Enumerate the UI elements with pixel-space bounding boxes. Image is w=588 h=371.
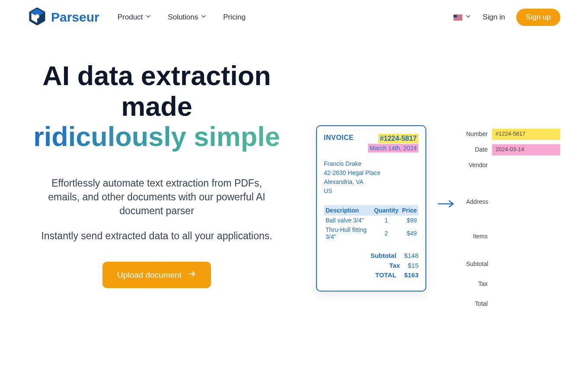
hero-headline-line1: AI data extraction made (42, 60, 271, 121)
hero-text: AI data extraction made ridiculously sim… (28, 56, 286, 311)
total-label: TOTAL (375, 270, 396, 280)
hero-headline-line2: ridiculously simple (33, 121, 280, 152)
field-subtotal: Subtotal (466, 259, 560, 267)
logo-icon (28, 7, 47, 28)
extracted-fields: Number #1224-5817 Date 2024-03-14 Vendor… (466, 125, 560, 311)
main-nav: Product Solutions Pricing (118, 13, 246, 22)
field-label: Address (466, 197, 488, 205)
field-address: Address (466, 197, 560, 205)
nav-product-label: Product (118, 13, 143, 22)
header-right: Sign in Sign up (453, 9, 560, 26)
invoice-date-highlight: March 14th, 2024 (368, 144, 419, 152)
invoice-number-highlight: #1224-5817 (378, 134, 419, 143)
hero-section: AI data extraction made ridiculously sim… (0, 35, 588, 311)
field-label: Total (466, 298, 488, 307)
tax-value: $15 (408, 261, 419, 271)
vendor-country: US (324, 187, 419, 196)
col-price: Price (400, 205, 419, 216)
item-desc: Ball valve 3/4" (324, 216, 372, 225)
item-qty: 1 (372, 216, 400, 225)
field-vendor: Vendor (466, 160, 560, 168)
table-row: Thru-Hull fitting 3/4" 2 $49 (324, 225, 419, 241)
arrow-right-icon (188, 270, 196, 280)
field-label: Items (466, 231, 488, 240)
chevron-down-icon (465, 13, 471, 21)
brand-name: Parseur (51, 10, 99, 25)
subtotal-value: $148 (404, 251, 419, 261)
field-label: Tax (466, 279, 488, 287)
invoice-preview: INVOICE #1224-5817 March 14th, 2024 Fran… (316, 125, 426, 292)
cta-label: Upload document (117, 270, 182, 280)
brand-logo[interactable]: Parseur (28, 7, 99, 28)
hero-illustration: INVOICE #1224-5817 March 14th, 2024 Fran… (303, 56, 560, 311)
vendor-addr2: Alexandria, VA (324, 178, 419, 187)
sign-in-link[interactable]: Sign in (483, 13, 505, 22)
nav-solutions[interactable]: Solutions (168, 13, 207, 22)
table-row: Ball valve 3/4" 1 $99 (324, 216, 419, 225)
us-flag-icon (453, 14, 463, 21)
hero-subtitle-1: Effortlessly automate text extraction fr… (28, 176, 286, 218)
nav-solutions-label: Solutions (168, 13, 198, 22)
item-desc: Thru-Hull fitting 3/4" (324, 225, 372, 241)
tax-label: Tax (389, 261, 400, 271)
field-value: #1224-5817 (492, 129, 560, 140)
field-total: Total (466, 298, 560, 307)
chevron-down-icon (145, 13, 151, 22)
nav-pricing-label: Pricing (223, 13, 246, 22)
item-qty: 2 (372, 225, 400, 241)
chevron-down-icon (201, 13, 207, 22)
invoice-items-table: Description Quantity Price Ball valve 3/… (324, 205, 419, 241)
invoice-totals: Subtotal$148 Tax$15 TOTAL$163 (324, 251, 419, 280)
upload-document-button[interactable]: Upload document (102, 262, 211, 288)
field-date: Date 2024-03-14 (466, 144, 560, 155)
total-value: $163 (404, 270, 419, 280)
arrow-right-icon (438, 125, 455, 210)
item-price: $99 (400, 216, 419, 225)
field-label: Subtotal (466, 259, 488, 267)
col-description: Description (324, 205, 372, 216)
language-selector[interactable] (453, 13, 471, 21)
col-quantity: Quantity (372, 205, 400, 216)
field-label: Date (466, 144, 488, 153)
field-tax: Tax (466, 279, 560, 287)
vendor-name: Francis Drake (324, 159, 419, 168)
vendor-addr1: 42-2630 Hegal Place (324, 168, 419, 178)
nav-pricing[interactable]: Pricing (223, 13, 246, 22)
hero-subtitle-2: Instantly send extracted data to all you… (28, 229, 286, 243)
item-price: $49 (400, 225, 419, 241)
hero-headline: AI data extraction made ridiculously sim… (28, 60, 286, 152)
field-value: 2024-03-14 (492, 144, 560, 155)
invoice-vendor: Francis Drake 42-2630 Hegal Place Alexan… (324, 159, 419, 196)
subtotal-label: Subtotal (371, 251, 396, 261)
field-label: Vendor (466, 160, 488, 168)
invoice-title: INVOICE (324, 134, 354, 142)
field-number: Number #1224-5817 (466, 129, 560, 140)
sign-up-button[interactable]: Sign up (516, 9, 560, 26)
field-items: Items (466, 231, 560, 240)
nav-product[interactable]: Product (118, 13, 152, 22)
site-header: Parseur Product Solutions Pricing Sign i… (0, 0, 588, 35)
field-label: Number (466, 129, 488, 137)
svg-point-0 (35, 14, 39, 19)
